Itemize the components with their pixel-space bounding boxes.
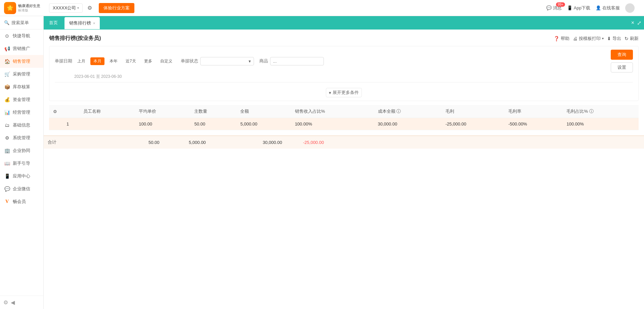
col-settings[interactable]: ⚙ <box>49 105 62 118</box>
date-label: 单据日期 <box>55 58 72 64</box>
help-icon: ❓ <box>554 36 559 41</box>
company-selector[interactable]: XXXXX公司 ▾ <box>49 3 83 13</box>
sidebar-item-wechat[interactable]: 💬 企业微信 <box>0 183 43 195</box>
online-support-button[interactable]: 👤 在线客服 <box>596 5 620 11</box>
search-icon: 🔍 <box>4 20 9 25</box>
col-settings-icon: ⚙ <box>53 109 57 114</box>
footer-cost: 30,000.00 <box>263 140 296 145</box>
sidebar-item-inventory[interactable]: 📦 库存核算 <box>0 81 43 93</box>
col-qty: 主数量 <box>190 105 236 118</box>
export-button[interactable]: ⬇ 导出 <box>607 36 621 42</box>
app-center-icon: 📱 <box>4 173 10 179</box>
table-header-row: ⚙ 员工名称 平均单价 主数量 全额 销售收入占比% 成本全额 ⓘ 毛利 <box>49 105 639 118</box>
footer-label: 合计 <box>48 139 75 145</box>
avatar[interactable] <box>625 3 635 13</box>
col-profit-ratio: 毛利占比% ⓘ <box>562 105 639 118</box>
footer-amount: 5,000.00 <box>189 140 222 145</box>
message-badge: 99+ <box>556 2 565 7</box>
sidebar-item-member[interactable]: V 畅会员 <box>0 195 43 208</box>
help-button[interactable]: ❓ 帮助 <box>554 36 569 42</box>
guide-icon: 📖 <box>4 160 10 166</box>
inventory-icon: 📦 <box>4 84 10 90</box>
footer-profit: -25,000.00 <box>303 140 337 145</box>
app-download-button[interactable]: 📱 App下载 <box>567 5 590 11</box>
tab-home[interactable]: 首页 <box>44 16 63 30</box>
sidebar-item-quick-nav[interactable]: ⊙ 快捷导航 <box>0 30 43 42</box>
top-bar: 🌟 畅康通好生意 标准版 XXXXX公司 ▾ ⚙ 体验行业方案 💬 消息 99+… <box>0 0 644 16</box>
cell-sales-ratio: 100.00% <box>291 118 374 130</box>
sidebar: 🔍 搜索菜单 ⊙ 快捷导航 📢 营销推广 🏠 销售管理 🛒 采购管理 📦 <box>0 16 44 309</box>
goods-label: 商品 <box>259 58 268 64</box>
status-select-chevron: ▾ <box>249 59 251 64</box>
download-icon: 📱 <box>567 5 572 10</box>
period-this-month[interactable]: 本月 <box>90 57 104 65</box>
col-sales-ratio: 销售收入占比% <box>291 105 374 118</box>
period-last-month[interactable]: 上月 <box>74 57 88 65</box>
sidebar-footer: ⚙ ◀ <box>0 296 43 309</box>
sidebar-item-app-center[interactable]: 📱 应用中心 <box>0 170 43 183</box>
col-profit: 毛利 <box>441 105 504 118</box>
period-custom[interactable]: 自定义 <box>157 57 175 65</box>
cell-profit: -25,000.00 <box>441 118 504 130</box>
basic-info-icon: 🗂 <box>4 122 10 128</box>
expand-more-button[interactable]: ▾ 展开更多条件 <box>326 88 362 97</box>
data-table: ⚙ 员工名称 平均单价 主数量 全额 销售收入占比% 成本全额 ⓘ 毛利 <box>49 105 639 130</box>
data-table-container: ⚙ 员工名称 平均单价 主数量 全额 销售收入占比% 成本全额 ⓘ 毛利 <box>49 105 639 130</box>
close-window-icon[interactable]: × <box>631 20 634 26</box>
operations-icon: 📊 <box>4 109 10 115</box>
query-button[interactable]: 查询 <box>611 50 633 60</box>
search-menu[interactable]: 🔍 搜索菜单 <box>0 16 43 30</box>
footer-qty: 50.00 <box>148 140 182 145</box>
expand-window-icon[interactable]: ⤢ <box>637 20 641 26</box>
refresh-button[interactable]: ↻ 刷新 <box>625 36 639 42</box>
member-icon: V <box>4 199 10 205</box>
sidebar-item-enterprise[interactable]: 🏢 企业协同 <box>0 144 43 157</box>
tab-close-icon[interactable]: × <box>93 21 95 25</box>
date-filter-group: 单据日期 上月 本月 本年 近7天 更多 自定义 <box>55 57 175 65</box>
trial-button[interactable]: 体验行业方案 <box>99 3 134 13</box>
status-select[interactable]: ▾ <box>200 57 254 65</box>
refresh-icon: ↻ <box>625 36 629 41</box>
sidebar-item-system[interactable]: ⚙ 系统管理 <box>0 132 43 144</box>
table-row: 1 100.00 50.00 5,000.00 100.00% 30,000.0… <box>49 118 639 130</box>
col-avg-price: 平均单价 <box>135 105 190 118</box>
period-this-year[interactable]: 本年 <box>106 57 121 65</box>
period-7days[interactable]: 近7天 <box>123 57 139 65</box>
cell-amount: 5,000.00 <box>236 118 291 130</box>
support-icon: 👤 <box>596 5 601 10</box>
sidebar-item-sales[interactable]: 🏠 销售管理 <box>0 55 43 68</box>
settings-footer-icon[interactable]: ⚙ <box>3 299 8 306</box>
sidebar-item-purchase[interactable]: 🛒 采购管理 <box>0 68 43 81</box>
wechat-icon: 💬 <box>4 186 10 192</box>
period-more[interactable]: 更多 <box>141 57 155 65</box>
goods-select[interactable]: ... <box>270 57 324 65</box>
sidebar-item-operations[interactable]: 📊 经营管理 <box>0 106 43 119</box>
tab-bar: 首页 销售排行榜 × × ⤢ <box>44 16 644 30</box>
col-cost: 成本全额 ⓘ <box>374 105 441 118</box>
status-filter-group: 单据状态 ▾ <box>181 57 254 65</box>
sidebar-item-guide[interactable]: 📖 新手引导 <box>0 157 43 170</box>
print-icon: 🖨 <box>573 36 577 41</box>
marketing-icon: 📢 <box>4 46 10 52</box>
cell-profit-ratio: 100.00% <box>562 118 639 130</box>
collapse-icon[interactable]: ◀ <box>11 299 15 306</box>
setting-button[interactable]: 设置 <box>611 62 633 72</box>
col-profit-rate: 毛利率 <box>504 105 562 118</box>
page-title: 销售排行榜(按业务员) <box>49 35 101 42</box>
messages-button[interactable]: 💬 消息 99+ <box>546 5 562 11</box>
logo-text: 畅康通好生意 标准版 <box>18 3 40 12</box>
quick-nav-icon: ⊙ <box>4 33 10 39</box>
chevron-down-expand-icon: ▾ <box>329 90 331 95</box>
sidebar-item-capital[interactable]: 💰 资金管理 <box>0 93 43 106</box>
col-rank <box>62 105 79 118</box>
filter-bar: 单据日期 上月 本月 本年 近7天 更多 自定义 单据状态 <box>49 46 639 101</box>
date-range-display: 2023-06-01 至 2023-06-30 <box>74 74 633 80</box>
print-button[interactable]: 🖨 按模板打印 ▾ <box>573 36 604 42</box>
goods-filter-group: 商品 ... <box>259 57 324 65</box>
tab-sales-ranking[interactable]: 销售排行榜 × <box>65 17 100 29</box>
system-icon: ⚙ <box>4 135 10 141</box>
sales-icon: 🏠 <box>4 58 10 64</box>
sidebar-item-marketing[interactable]: 📢 营销推广 <box>0 42 43 55</box>
settings-icon[interactable]: ⚙ <box>85 3 95 13</box>
sidebar-item-basic-info[interactable]: 🗂 基础信息 <box>0 119 43 132</box>
